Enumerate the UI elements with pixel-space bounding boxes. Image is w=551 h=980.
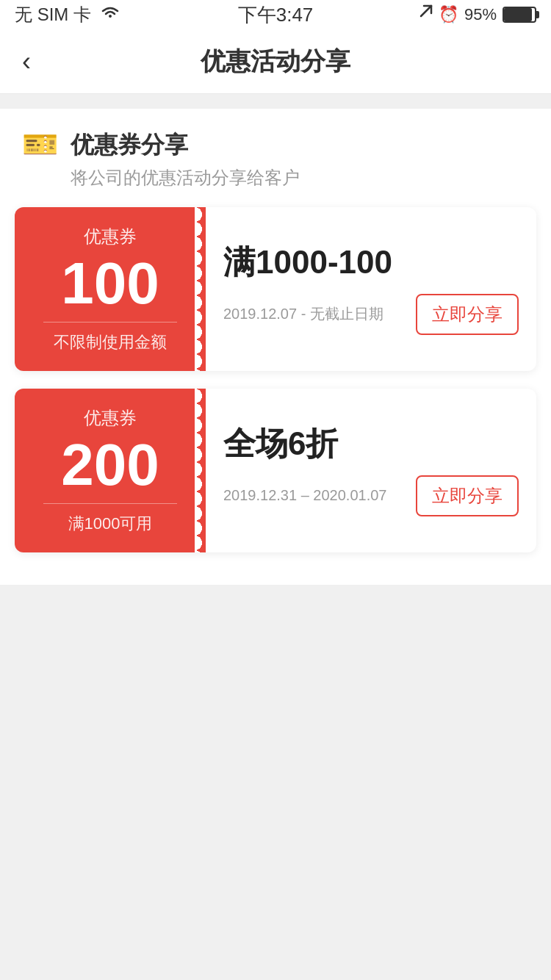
battery-percent: 95% [464,5,497,24]
nav-bar: ‹ 优惠活动分享 [0,29,551,94]
empty-space [0,585,551,980]
battery-icon [503,7,536,23]
status-bar: 无 SIM 卡 下午3:47 ⏰ 95% [0,0,551,29]
alarm-icon: ⏰ [439,5,458,24]
coupon-condition-1: 不限制使用金额 [54,331,167,353]
status-right: ⏰ 95% [419,4,536,25]
coupon-label-2: 优惠券 [84,406,137,430]
coupon-name-1: 满1000-100 [223,243,519,282]
section-text-group: 优惠券分享 将公司的优惠活动分享给客户 [71,129,300,190]
coupon-value-1: 100 [61,254,159,313]
coupon-divider-line-2 [43,503,177,504]
nav-title: 优惠活动分享 [201,45,350,79]
coupon-label-1: 优惠券 [84,225,137,248]
coupon-list: 优惠券 100 不限制使用金额 满1000-100 2019.12.07 - 无… [0,207,551,585]
coupon-section-icon: 🎫 [22,129,59,159]
carrier-text: 无 SIM 卡 [15,3,91,26]
coupon-date-1: 2019.12.07 - 无截止日期 [223,304,408,324]
back-button[interactable]: ‹ [22,46,31,77]
section-subtitle: 将公司的优惠活动分享给客户 [71,166,300,190]
coupon-divider-line-1 [43,322,177,323]
coupon-condition-2: 满1000可用 [68,513,153,535]
location-icon [419,4,433,25]
wifi-icon [100,4,120,25]
status-left: 无 SIM 卡 [15,3,120,26]
coupon-right-1: 满1000-100 2019.12.07 - 无截止日期 立即分享 [206,207,536,371]
coupon-card-2: 优惠券 200 满1000可用 全场6折 2019.12.31 – 2020.0… [15,389,536,552]
section-header: 🎫 优惠券分享 将公司的优惠活动分享给客户 [0,109,551,207]
coupon-value-2: 200 [61,436,159,494]
coupon-date-2: 2019.12.31 – 2020.01.07 [223,487,408,504]
coupon-bottom-row-2: 2019.12.31 – 2020.01.07 立即分享 [223,475,519,516]
coupon-bottom-row-1: 2019.12.07 - 无截止日期 立即分享 [223,294,519,335]
top-divider [0,94,551,109]
coupon-name-2: 全场6折 [223,425,519,464]
status-time: 下午3:47 [238,2,314,28]
coupon-left-1: 优惠券 100 不限制使用金额 [15,207,206,371]
coupon-left-2: 优惠券 200 满1000可用 [15,389,206,552]
coupon-right-2: 全场6折 2019.12.31 – 2020.01.07 立即分享 [206,389,536,552]
section-title: 优惠券分享 [71,129,300,162]
share-button-2[interactable]: 立即分享 [416,475,519,516]
coupon-card-1: 优惠券 100 不限制使用金额 满1000-100 2019.12.07 - 无… [15,207,536,371]
share-button-1[interactable]: 立即分享 [416,294,519,335]
